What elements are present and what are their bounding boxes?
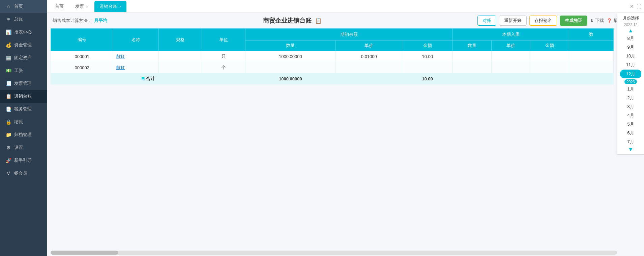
sidebar-item-ledger[interactable]: ≡ 总账	[0, 13, 47, 26]
finance-icon: 💰	[5, 42, 11, 48]
main-area: 首页 发票 × 进销台账 × ✕ ⛶ 销售成本计算方法： 月平均 商贸企业进销台…	[47, 0, 644, 256]
month-9[interactable]: 9月	[617, 43, 644, 52]
month-11[interactable]: 11月	[617, 60, 644, 69]
month-picker-panel: 月份选择 2022.12 ▲ 8月 9月 10月 11月 12月 2023 1月…	[617, 13, 644, 155]
row2-code: 000002	[51, 62, 113, 73]
row1-extra	[569, 51, 614, 62]
sidebar-item-home[interactable]: ⌂ 首页	[0, 0, 47, 13]
month-1[interactable]: 1月	[617, 85, 644, 94]
horizontal-scrollbar[interactable]	[51, 251, 617, 255]
scrollbar-thumb[interactable]	[51, 251, 118, 255]
sidebar-item-settings[interactable]: ⚙ 设置	[0, 141, 47, 154]
month-10[interactable]: 10月	[617, 52, 644, 60]
assets-icon: 🏢	[5, 55, 11, 60]
row2-balance-price	[336, 62, 402, 73]
tab-stock-label: 进销台账	[99, 3, 117, 9]
sidebar-item-label: 总账	[14, 16, 23, 22]
row2-extra	[569, 62, 614, 73]
download-icon: ⬇	[590, 18, 594, 23]
row1-inbound-price	[492, 51, 530, 62]
tab-invoice-close[interactable]: ×	[86, 4, 88, 8]
tab-home[interactable]: 首页	[50, 1, 69, 12]
sidebar-item-invoice-mgmt[interactable]: 🧾 发票管理	[0, 77, 47, 90]
help-icon: ❓	[607, 18, 612, 23]
save-alias-button[interactable]: 存报别名	[529, 16, 557, 26]
col-header-spec: 规格	[159, 29, 202, 51]
month-3[interactable]: 3月	[617, 102, 644, 111]
generate-voucher-button[interactable]: 生成凭证	[560, 16, 587, 26]
month-5[interactable]: 5月	[617, 120, 644, 129]
sidebar-item-label: 结账	[14, 119, 23, 125]
col-header-more: 数	[569, 29, 614, 41]
download-button[interactable]: ⬇ 下载	[590, 18, 604, 24]
row2-inbound-amount	[530, 62, 569, 73]
month-2[interactable]: 2月	[617, 94, 644, 102]
table-wrapper: 编号 名称 规格 单位 期初余额 本期入库 数 数量 单价 金额 数量 单价	[47, 28, 617, 249]
scroll-down-button[interactable]: ▼	[628, 146, 634, 153]
row1-name: 前缸	[113, 51, 159, 62]
sidebar-item-closing[interactable]: 🔒 结账	[0, 116, 47, 128]
total-label: 合计	[146, 76, 155, 82]
stock-ledger-icon: 📋	[5, 94, 11, 99]
year-2023-badge: 2023	[624, 79, 637, 84]
row2-spec	[159, 62, 202, 73]
total-row: ⊞ 合计 1000.00000 10.00	[51, 73, 614, 84]
tab-stock[interactable]: 进销台账 ×	[94, 1, 126, 12]
sidebar-item-tax[interactable]: 📑 税务管理	[0, 103, 47, 116]
tab-stock-close[interactable]: ×	[119, 4, 121, 8]
row1-inbound-qty	[453, 51, 492, 62]
sidebar-item-label: 畅会员	[14, 170, 27, 176]
row1-spec	[159, 51, 202, 62]
month-12[interactable]: 12月	[620, 70, 641, 78]
sidebar-item-label: 工资	[14, 68, 23, 74]
year-2022-label: 2022.12	[624, 22, 638, 27]
sidebar-item-label: 报表中心	[14, 29, 32, 35]
tab-home-label: 首页	[55, 3, 64, 9]
sidebar-item-member[interactable]: V 畅会员	[0, 167, 47, 180]
reconcile-button[interactable]: 对账	[477, 16, 496, 26]
sidebar-item-label: 首页	[14, 3, 23, 9]
table-row: 000002 前缸 个	[51, 62, 614, 73]
month-7[interactable]: 7月	[617, 137, 644, 146]
sidebar-item-label: 发票管理	[14, 80, 32, 86]
sidebar-item-label: 资金管理	[14, 42, 32, 48]
sidebar-item-guide[interactable]: 🚀 新手引导	[0, 154, 47, 167]
cost-method-value: 月平均	[94, 18, 107, 24]
sidebar-item-archive[interactable]: 📁 归档管理	[0, 128, 47, 141]
invoice-mgmt-icon: 🧾	[5, 81, 11, 86]
sidebar-item-finance[interactable]: 💰 资金管理	[0, 39, 47, 51]
col-header-unit: 单位	[202, 29, 245, 51]
guide-icon: 🚀	[5, 158, 11, 163]
col-sub-more	[569, 41, 614, 51]
month-6[interactable]: 6月	[617, 129, 644, 137]
sidebar-item-label: 固定资产	[14, 55, 32, 61]
archive-icon: 📁	[5, 132, 11, 137]
col-sub-balance-price: 单价	[336, 41, 402, 51]
row2-unit: 个	[202, 62, 245, 73]
settings-icon: ⚙	[5, 145, 11, 150]
close-window-button[interactable]: ✕	[630, 4, 634, 9]
row2-balance-amount	[402, 62, 453, 73]
row1-balance-price: 0.01000	[336, 51, 402, 62]
maximize-window-button[interactable]: ⛶	[637, 4, 641, 9]
month-picker-title: 月份选择	[623, 14, 639, 22]
content-area: 销售成本计算方法： 月平均 商贸企业进销台账 📋 对账 重新开账 存报别名 生成…	[47, 13, 644, 256]
row1-balance-amount: 10.00	[402, 51, 453, 62]
tab-invoice-label: 发票	[75, 3, 84, 9]
tab-invoice[interactable]: 发票 ×	[70, 1, 93, 12]
scroll-up-button[interactable]: ▲	[628, 27, 634, 34]
total-extra	[569, 73, 614, 84]
sidebar-item-reports[interactable]: 📊 报表中心	[0, 26, 47, 39]
cost-method-info: 销售成本计算方法： 月平均	[53, 18, 107, 24]
month-4[interactable]: 4月	[617, 111, 644, 120]
reopen-button[interactable]: 重新开账	[499, 16, 527, 26]
content-topbar: 销售成本计算方法： 月平均 商贸企业进销台账 📋 对账 重新开账 存报别名 生成…	[47, 13, 644, 28]
page-title-icon: 📋	[315, 18, 322, 24]
row2-inbound-price	[492, 62, 530, 73]
sidebar-item-salary[interactable]: 💵 工资	[0, 64, 47, 77]
total-balance-qty: 1000.00000	[245, 73, 336, 84]
sidebar-item-stock-ledger[interactable]: 📋 进销台账	[0, 90, 47, 103]
month-8[interactable]: 8月	[617, 34, 644, 43]
sidebar-item-assets[interactable]: 🏢 固定资产	[0, 51, 47, 64]
table-row: 000001 前缸 只 1000.00000 0.01000 10.00	[51, 51, 614, 62]
